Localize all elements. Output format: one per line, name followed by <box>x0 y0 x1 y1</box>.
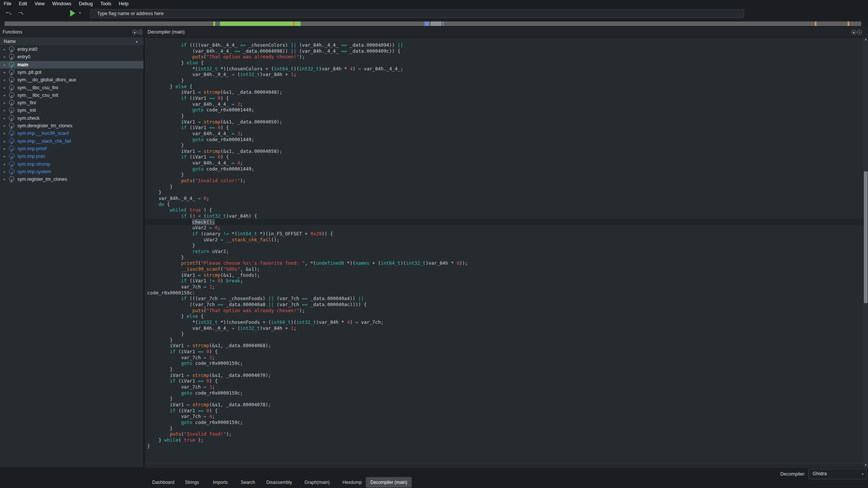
code-line[interactable]: if (iVar1 == 0) { <box>145 95 863 101</box>
code-line[interactable]: (var_84h._4_4_ == _data.00004098)) || (v… <box>145 48 863 54</box>
function-row-sym.imp.__isoc99_scanf[interactable]: ▸ƒisym.imp.__isoc99_scanf <box>0 130 144 137</box>
decompiled-code[interactable]: if ((((var_84h._4_4_ == _chosenColors) |… <box>145 37 863 464</box>
chevron-right-icon[interactable]: ▸ <box>4 78 6 82</box>
function-row-sym.__do_global_dtors_aux[interactable]: ▸ƒxsym.__do_global_dtors_aux <box>0 76 144 84</box>
scroll-down-icon[interactable]: ▼ <box>864 464 867 467</box>
code-line[interactable]: puts("Invalid food!"); <box>145 431 863 437</box>
code-line[interactable]: if (iVar1 == 0) { <box>145 349 863 355</box>
chevron-right-icon[interactable]: ▸ <box>4 55 6 59</box>
code-line[interactable]: return uVar2; <box>145 249 863 255</box>
chevron-right-icon[interactable]: ▸ <box>4 170 6 174</box>
code-line[interactable]: var_84h._4_4_ = 4; <box>145 160 863 166</box>
tab-strings[interactable]: Strings <box>180 477 203 488</box>
vertical-scrollbar[interactable]: ▲ ▼ <box>863 37 868 468</box>
code-line[interactable]: } <box>145 255 863 261</box>
chevron-right-icon[interactable]: ▸ <box>4 93 6 97</box>
code-line[interactable]: goto code_r0x00001449; <box>145 166 863 172</box>
chevron-right-icon[interactable]: ▸ <box>4 131 6 135</box>
code-line[interactable]: } else { <box>145 84 863 90</box>
code-line[interactable]: goto code_r0x0000159c; <box>145 390 863 396</box>
tab-decompiler-main-[interactable]: Decompiler (main) <box>366 477 412 488</box>
code-line[interactable]: do { <box>145 201 863 207</box>
menu-item-help[interactable]: Help <box>115 0 132 7</box>
menu-item-file[interactable]: File <box>0 0 15 7</box>
search-input[interactable] <box>90 9 744 18</box>
code-line[interactable]: } <box>145 142 863 148</box>
code-line[interactable]: } <box>145 242 863 249</box>
code-line[interactable]: goto code_r0x0000159c; <box>145 360 863 366</box>
tab-search[interactable]: Search <box>236 477 260 488</box>
code-line[interactable]: } <box>145 337 863 343</box>
chevron-right-icon[interactable]: ▸ <box>4 86 6 90</box>
chevron-right-icon[interactable]: ▸ <box>4 139 6 143</box>
code-line[interactable]: while( true ) { <box>145 207 863 213</box>
code-line[interactable]: ((var_7ch == _data.000040a8 || (var_7ch … <box>145 302 863 308</box>
code-line[interactable]: var_84h._4_4_ = 3; <box>145 131 863 137</box>
chevron-right-icon[interactable]: ▸ <box>4 70 6 74</box>
code-line[interactable]: } <box>145 78 863 84</box>
code-line[interactable]: if (3 < (int32_t)var_84h) { <box>145 213 863 219</box>
code-line[interactable]: var_7ch = 1; <box>145 284 863 290</box>
tab-hexdump[interactable]: Hexdump <box>338 477 366 488</box>
close-icon[interactable]: ✕ <box>857 30 862 35</box>
code-line[interactable]: } else { <box>145 313 863 319</box>
code-line[interactable]: var_7ch = 2; <box>145 355 863 361</box>
function-row-entry0[interactable]: ▸ƒxentry0 <box>0 53 144 61</box>
code-line[interactable]: puts("That option was already chosen!"); <box>145 54 863 60</box>
menu-item-tools[interactable]: Tools <box>96 0 115 7</box>
code-line[interactable]: } <box>145 396 863 402</box>
code-line[interactable]: iVar1 = strcmp(&s1, _data.00004068); <box>145 343 863 349</box>
chevron-right-icon[interactable]: ▸ <box>4 147 6 151</box>
code-line[interactable]: } <box>145 331 863 337</box>
back-caret-icon[interactable]: ▾ <box>10 12 11 16</box>
code-line[interactable]: if (iVar1 == 0) { <box>145 378 863 384</box>
chevron-right-icon[interactable]: ▸ <box>4 177 6 181</box>
code-line[interactable]: uVar2 = 0; <box>145 225 863 231</box>
scrollbar-thumb[interactable] <box>864 171 868 303</box>
chevron-right-icon[interactable]: ▸ <box>4 154 6 158</box>
function-row-sym.check[interactable]: ▸ƒxsym.check <box>0 114 144 122</box>
chevron-right-icon[interactable]: ▸ <box>4 108 6 112</box>
code-line[interactable]: } <box>145 184 863 190</box>
function-row-sym..plt.got[interactable]: ▸ƒxsym..plt.got <box>0 69 144 76</box>
menu-item-view[interactable]: View <box>31 0 49 7</box>
code-line[interactable]: if (((var_7ch == _chosenFoods) || (var_7… <box>145 296 863 302</box>
code-line[interactable]: puts("That option was already chosen!"); <box>145 308 863 314</box>
code-line[interactable]: iVar1 = strcmp(&s1, _data.00004050); <box>145 119 863 125</box>
close-icon[interactable]: ✕ <box>138 30 143 35</box>
chevron-right-icon[interactable]: ▸ <box>4 124 6 128</box>
function-row-sym.register_tm_clones[interactable]: ▸ƒxsym.register_tm_clones <box>0 175 144 183</box>
tab-disassembly[interactable]: Disassembly <box>262 477 296 488</box>
code-line[interactable]: iVar1 = strcmp(&s1, _data.00004070); <box>145 372 863 378</box>
code-line[interactable]: code_r0x0000159c: <box>145 290 863 296</box>
scroll-up-icon[interactable]: ▲ <box>864 38 867 41</box>
code-line[interactable]: iVar1 = strcmp(&s1, _foods); <box>145 272 863 278</box>
function-row-sym._fini[interactable]: ▸ƒxsym._fini <box>0 99 144 107</box>
code-line[interactable]: *(int32_t *)(chosenColors + (int64_t)(in… <box>145 66 863 72</box>
code-line[interactable]: var_84h._0_4_ = (int32_t)var_84h + 1; <box>145 325 863 331</box>
code-line[interactable]: *(int32_t *)(chosenFoods + (int64_t)(int… <box>145 319 863 325</box>
code-line[interactable]: if ((((var_84h._4_4_ == _chosenColors) |… <box>145 42 863 48</box>
code-line[interactable]: var_84h._4_4_ = 2; <box>145 101 863 107</box>
code-line[interactable]: var_84h._0_4_ = 0; <box>145 195 863 201</box>
function-row-sym._init[interactable]: ▸ƒxsym._init <box>0 107 144 114</box>
chevron-right-icon[interactable]: ▸ <box>4 116 6 120</box>
code-line[interactable]: if (iVar1 == 0) { <box>145 408 863 414</box>
code-line[interactable]: goto code_r0x00001449; <box>145 107 863 113</box>
function-row-entry.init0[interactable]: ▸ƒxentry.init0 <box>0 46 144 53</box>
menu-item-edit[interactable]: Edit <box>15 0 31 7</box>
play-dropdown-caret-icon[interactable]: ▾ <box>79 11 81 15</box>
tab-dashboard[interactable]: Dashboard <box>148 477 179 488</box>
function-row-sym.__libc_csu_init[interactable]: ▸ƒxsym.__libc_csu_init <box>0 92 144 99</box>
code-line[interactable]: iVar1 = strcmp(&s1, _data.00004048); <box>145 89 863 95</box>
functions-name-column-header[interactable]: Name ▲ <box>0 37 144 46</box>
decompiler-selector-combobox[interactable]: Ghidra ▾ <box>808 469 867 479</box>
code-line[interactable]: } while( true ); <box>145 437 863 443</box>
debug-play-button[interactable] <box>70 10 75 17</box>
function-row-sym.imp.system[interactable]: ▸ƒisym.imp.system <box>0 168 144 175</box>
code-line[interactable]: } <box>145 172 863 178</box>
code-line[interactable]: var_84h._0_4_ = (int32_t)var_84h + 1; <box>145 72 863 78</box>
function-row-sym.imp.strcmp[interactable]: ▸ƒisym.imp.strcmp <box>0 160 144 168</box>
code-line[interactable]: var_7ch = 4; <box>145 413 863 419</box>
chevron-right-icon[interactable]: ▸ <box>4 47 6 51</box>
